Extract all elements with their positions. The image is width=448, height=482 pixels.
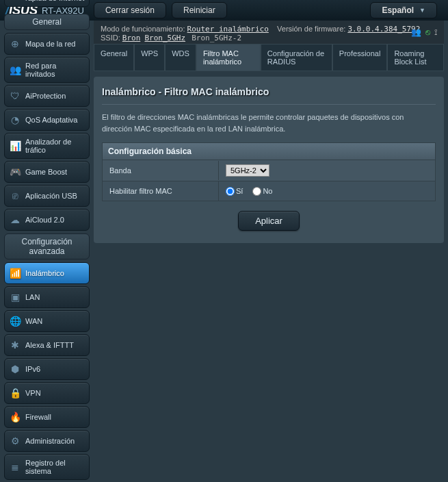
tab-wds[interactable]: WDS — [165, 44, 196, 71]
qis-button[interactable]: 🌐 Configuración rápida de Internet — [4, 0, 90, 7]
sidebar-item-wan[interactable]: 🌐WAN — [4, 310, 90, 332]
radio-no[interactable] — [252, 187, 261, 196]
sidebar-item-network-map[interactable]: ⊕Mapa de la red — [4, 33, 90, 55]
sidebar-item-aicloud[interactable]: ☁AiCloud 2.0 — [4, 209, 90, 231]
sidebar-item-lan[interactable]: ▣LAN — [4, 286, 90, 308]
chart-icon: 📊 — [9, 140, 21, 152]
page-description: El filtro de direcciones MAC inalámbrica… — [102, 112, 436, 134]
cloud-icon: ☁ — [9, 214, 21, 226]
page-title: Inalámbrico - Filtro MAC inalámbrico — [102, 86, 436, 97]
ssid1-link[interactable]: Bron — [122, 34, 141, 42]
sidebar-item-usb-app[interactable]: ⎚Aplicación USB — [4, 185, 90, 207]
guest-icon: 👥 — [9, 64, 21, 76]
radio-yes-label[interactable]: Sí — [226, 187, 243, 196]
link-status-icon[interactable]: ⎋ — [425, 27, 430, 37]
tab-roaming-block[interactable]: Roaming Block List — [387, 44, 444, 71]
gamepad-icon: 🎮 — [9, 166, 21, 178]
band-select[interactable]: 5GHz-2 — [226, 164, 269, 177]
enable-mac-label: Habilitar filtro MAC — [103, 181, 219, 201]
sidebar-item-vpn[interactable]: 🔒VPN — [4, 382, 90, 404]
tab-wps[interactable]: WPS — [134, 44, 165, 71]
wifi-icon: 📶 — [9, 267, 21, 279]
language-selector[interactable]: Español ▼ — [370, 2, 437, 18]
sidebar-item-alexa[interactable]: ✱Alexa & IFTTT — [4, 334, 90, 356]
reboot-button[interactable]: Reiniciar — [172, 2, 227, 18]
sidebar-header-general: General — [4, 14, 90, 30]
lan-icon: ▣ — [9, 291, 21, 303]
sidebar-item-game-boost[interactable]: 🎮Game Boost — [4, 161, 90, 183]
ssid-label: SSID: — [101, 34, 120, 42]
ssid2-link[interactable]: Bron_5GHz — [144, 34, 185, 42]
gauge-icon: ◔ — [9, 114, 21, 126]
sidebar-item-wireless[interactable]: 📶Inalámbrico — [4, 262, 90, 284]
radio-no-label[interactable]: No — [252, 187, 272, 196]
ssid3-text: Bron_5GHz-2 — [192, 34, 241, 42]
sidebar-item-guest-network[interactable]: 👥Red para invitados — [4, 57, 90, 83]
logout-button[interactable]: Cerrar sesión — [94, 2, 166, 18]
chevron-down-icon: ▼ — [419, 7, 425, 14]
sidebar-item-ipv6[interactable]: ⬢IPv6 — [4, 358, 90, 380]
status-icons: 👥 ⎋ ⟟ — [411, 27, 437, 37]
sidebar-header-advanced: Configuración avanzada — [4, 233, 90, 259]
gear-icon: ⚙ — [9, 435, 21, 447]
qis-label: Configuración rápida de Internet — [25, 0, 85, 2]
apply-button[interactable]: Aplicar — [238, 211, 300, 231]
sidebar-item-firewall[interactable]: 🔥Firewall — [4, 406, 90, 428]
sidebar-item-aiprotection[interactable]: 🛡AiProtection — [4, 85, 90, 107]
language-label: Español — [382, 5, 414, 15]
usb-icon: ⎚ — [9, 190, 21, 202]
wan-icon: 🌐 — [9, 315, 21, 327]
log-icon: ≣ — [9, 461, 21, 473]
tab-bar: General WPS WDS Filtro MAC inalámbrico C… — [94, 44, 444, 71]
sidebar-item-syslog[interactable]: ≣Registro del sistema — [4, 454, 90, 480]
multi-user-icon[interactable]: 👥 — [411, 27, 421, 37]
section-header-basic: Configuración básica — [102, 142, 436, 160]
sidebar-item-qos[interactable]: ◔QoS Adaptativa — [4, 109, 90, 131]
map-icon: ⊕ — [9, 38, 21, 50]
alexa-icon: ✱ — [9, 339, 21, 351]
fw-link[interactable]: 3.0.0.4.384_5792 — [347, 25, 420, 34]
band-label: Banda — [103, 161, 219, 180]
tab-mac-filter[interactable]: Filtro MAC inalámbrico — [196, 44, 261, 71]
shield-icon: 🛡 — [9, 90, 21, 102]
tab-general[interactable]: General — [94, 44, 134, 71]
sidebar-item-traffic-analyzer[interactable]: 📊Analizador de tráfico — [4, 133, 90, 159]
sidebar-item-admin[interactable]: ⚙Administración — [4, 430, 90, 452]
ipv6-icon: ⬢ — [9, 363, 21, 375]
mode-label: Modo de funcionamiento: — [101, 25, 185, 33]
firewall-icon: 🔥 — [9, 411, 21, 423]
fw-label: Versión de firmware: — [277, 25, 345, 33]
radio-yes[interactable] — [226, 187, 235, 196]
mode-link[interactable]: Router inalámbrico — [187, 25, 269, 34]
usb-status-icon[interactable]: ⟟ — [434, 27, 437, 37]
tab-professional[interactable]: Professional — [332, 44, 388, 71]
vpn-icon: 🔒 — [9, 387, 21, 399]
tab-radius[interactable]: Configuración de RADIUS — [261, 44, 332, 71]
